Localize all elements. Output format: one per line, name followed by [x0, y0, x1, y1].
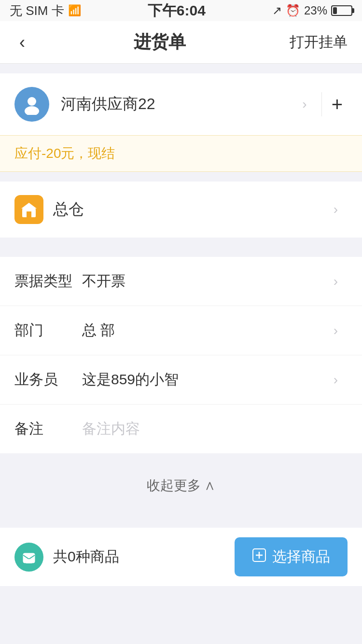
- remark-input[interactable]: 备注内容: [82, 419, 348, 439]
- page-title: 进货单: [134, 30, 186, 54]
- status-time: 下午6:04: [148, 1, 206, 21]
- department-row[interactable]: 部门 总 部 ›: [0, 306, 362, 355]
- collapse-button[interactable]: 收起更多 ∧: [0, 463, 362, 508]
- product-icon: [14, 543, 43, 572]
- salesman-value: 这是859的小智: [82, 370, 334, 390]
- supplier-row[interactable]: 河南供应商22 › +: [0, 73, 362, 135]
- svg-rect-4: [27, 211, 31, 217]
- notice-bar: 应付-20元，现结: [0, 135, 362, 172]
- ticket-type-chevron-icon: ›: [334, 274, 338, 289]
- warehouse-chevron-icon: ›: [334, 202, 338, 217]
- department-value: 总 部: [82, 321, 334, 340]
- ticket-type-value: 不开票: [82, 271, 334, 291]
- carrier-label: 无 SIM 卡: [10, 2, 64, 19]
- warehouse-row[interactable]: 总仓 ›: [0, 182, 362, 238]
- wifi-icon: 📶: [68, 4, 81, 17]
- salesman-chevron-icon: ›: [334, 372, 338, 388]
- alarm-icon: ⏰: [286, 4, 300, 17]
- status-right: ↗ ⏰ 23%: [272, 4, 352, 17]
- location-icon: ↗: [272, 4, 282, 17]
- remark-row[interactable]: 备注 备注内容: [0, 405, 362, 453]
- gap-4: [0, 508, 362, 518]
- supplier-name: 河南供应商22: [61, 94, 302, 115]
- status-left: 无 SIM 卡 📶: [10, 2, 81, 19]
- ticket-type-label: 票据类型: [14, 271, 82, 291]
- battery-percent: 23%: [304, 4, 327, 17]
- nav-bar: ‹ 进货单 打开挂单: [0, 21, 362, 64]
- add-supplier-button[interactable]: +: [327, 94, 348, 115]
- open-pending-button[interactable]: 打开挂单: [290, 32, 348, 52]
- vertical-divider: [321, 92, 322, 116]
- supplier-section: 河南供应商22 › + 应付-20元，现结: [0, 73, 362, 172]
- svg-marker-3: [21, 203, 37, 209]
- back-button[interactable]: ‹: [14, 28, 30, 57]
- warehouse-name: 总仓: [53, 199, 334, 220]
- warehouse-section: 总仓 ›: [0, 182, 362, 238]
- notice-text: 应付-20元，现结: [14, 146, 115, 161]
- select-product-label: 选择商品: [272, 547, 330, 567]
- gap-1: [0, 64, 362, 73]
- product-count-text: 共0种商品: [53, 547, 119, 567]
- salesman-label: 业务员: [14, 370, 82, 390]
- gap-3: [0, 238, 362, 247]
- warehouse-icon: [14, 195, 43, 224]
- select-product-icon: [252, 548, 266, 566]
- supplier-chevron-icon: ›: [302, 97, 306, 112]
- supplier-avatar: [14, 87, 49, 122]
- bottom-bar: 共0种商品 选择商品: [0, 528, 362, 586]
- department-chevron-icon: ›: [334, 323, 338, 338]
- svg-point-0: [28, 97, 36, 106]
- battery-icon: [331, 5, 352, 16]
- remark-label: 备注: [14, 419, 82, 439]
- product-count-section: 共0种商品: [14, 543, 119, 572]
- svg-point-1: [25, 106, 39, 115]
- background-fill: [0, 586, 362, 644]
- status-bar: 无 SIM 卡 📶 下午6:04 ↗ ⏰ 23%: [0, 0, 362, 21]
- department-label: 部门: [14, 321, 82, 340]
- select-product-button[interactable]: 选择商品: [235, 537, 348, 576]
- ticket-type-row[interactable]: 票据类型 不开票 ›: [0, 257, 362, 306]
- salesman-row[interactable]: 业务员 这是859的小智 ›: [0, 355, 362, 405]
- form-section: 票据类型 不开票 › 部门 总 部 › 业务员 这是859的小智 › 备注 备注…: [0, 257, 362, 453]
- gap-2: [0, 172, 362, 182]
